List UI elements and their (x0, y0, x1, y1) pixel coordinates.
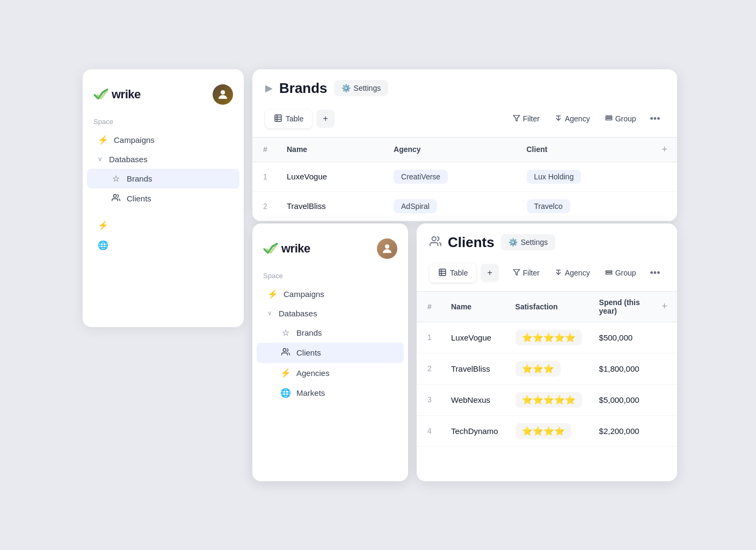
sidebar-item-clients[interactable]: Clients (87, 189, 239, 209)
svg-rect-23 (606, 273, 612, 274)
svg-rect-11 (606, 115, 612, 115)
sidebar-item-databases[interactable]: ∨ Databases (87, 150, 239, 169)
wrike-logo: wrike (93, 88, 141, 102)
globe-icon: 🌐 (98, 240, 108, 250)
clients-row1-num: 1 (417, 322, 442, 353)
clients-row1-name: LuxeVogue (442, 322, 507, 353)
clients-row4-satisfaction: ⭐⭐⭐⭐ (507, 415, 591, 446)
avatar2-image (377, 238, 397, 259)
sidebar-item-databases-label: Databases (109, 155, 148, 164)
brands-sort-button[interactable]: Agency (549, 110, 595, 128)
clients-row2-name: TravelBliss (442, 353, 507, 384)
sidebar-item-brands[interactable]: ☆ Brands (87, 169, 239, 189)
brands-row1-client: Lux Holding (518, 162, 652, 191)
filter-icon (513, 114, 520, 124)
users-icon (111, 193, 121, 204)
clients-panel: Clients ⚙️ Settings (417, 223, 677, 481)
clients-row2-stars: ⭐⭐⭐ (515, 361, 561, 377)
sidebar2-item-markets[interactable]: 🌐 Markets (257, 383, 404, 403)
bolt2-icon: ⚡ (98, 220, 108, 230)
brands-row1-agency: CreatiVerse (385, 162, 518, 191)
brands-row2-extra (651, 191, 677, 221)
clients-icon (430, 235, 441, 250)
table-row: 1 LuxeVogue CreatiVerse Lux Holding (252, 162, 677, 191)
wrike-logo-text: wrike (112, 88, 141, 102)
sidebar-back: wrike Space ⚡ Campaigns ∨ (83, 69, 244, 327)
clients-row4-num: 4 (417, 415, 442, 446)
sidebar-item-globe[interactable]: 🌐 (87, 235, 239, 255)
sidebar-item-clients-label: Clients (127, 194, 151, 203)
brands-group-button[interactable]: Group (600, 110, 642, 128)
wrike-logo-icon (93, 89, 108, 100)
svg-point-12 (385, 244, 389, 249)
brands-col-add[interactable]: + (651, 137, 677, 162)
sidebar2-item-databases[interactable]: ∨ Databases (257, 304, 404, 323)
clients-filter-button[interactable]: Filter (507, 264, 545, 282)
clients-sort-button[interactable]: Agency (549, 264, 595, 282)
table-row: 3 WebNexus ⭐⭐⭐⭐⭐ $5,000,000 (417, 384, 677, 415)
sidebar2-item-brands[interactable]: ☆ Brands (257, 323, 404, 343)
sidebar2-markets-label: Markets (296, 388, 325, 397)
clients-row1-stars: ⭐⭐⭐⭐⭐ (515, 330, 582, 345)
clients-table-icon (438, 268, 447, 278)
sidebar-item-bolt2[interactable]: ⚡ (87, 215, 239, 235)
svg-rect-22 (606, 271, 612, 272)
brands-settings-button[interactable]: ⚙️ Settings (334, 80, 389, 96)
svg-point-13 (283, 349, 286, 351)
clients-row2-extra (651, 353, 677, 384)
table-icon (274, 114, 282, 124)
brands-more-button[interactable]: ••• (646, 111, 665, 127)
clients-more-button[interactable]: ••• (646, 265, 665, 281)
clients-row4-stars: ⭐⭐⭐⭐ (515, 423, 571, 439)
table-row: 1 LuxeVogue ⭐⭐⭐⭐⭐ $500,000 (417, 322, 677, 353)
clients-row1-spend: $500,000 (591, 322, 652, 353)
sidebar2-agencies-label: Agencies (296, 368, 330, 378)
wrike-logo-2: wrike (263, 242, 310, 256)
sidebar-item-campaigns-label: Campaigns (114, 135, 155, 144)
bolt-icon: ⚡ (98, 135, 108, 145)
clients-row3-satisfaction: ⭐⭐⭐⭐⭐ (507, 384, 591, 415)
wrike-logo2-icon (263, 243, 278, 255)
sidebar-front: wrike Space ⚡ (252, 223, 408, 481)
clients-add-column-button[interactable]: + (662, 301, 667, 312)
agencies-icon: ⚡ (280, 368, 291, 378)
svg-rect-10 (606, 119, 612, 120)
brands-add-column-button[interactable]: + (662, 144, 667, 155)
star-icon: ☆ (111, 173, 121, 184)
sidebar-item-campaigns[interactable]: ⚡ Campaigns (87, 130, 239, 150)
clients-col-add[interactable]: + (651, 291, 677, 322)
clients-row3-stars: ⭐⭐⭐⭐⭐ (515, 392, 582, 408)
sidebar2-item-agencies[interactable]: ⚡ Agencies (257, 363, 404, 383)
clients-filter-icon (513, 269, 520, 278)
brands-col-client: Client (518, 137, 652, 162)
sidebar-item-brands-label: Brands (127, 174, 152, 183)
clients-add-view-button[interactable]: + (481, 264, 498, 282)
brands-table-button[interactable]: Table (265, 110, 312, 128)
brands-add-view-button[interactable]: + (316, 110, 334, 128)
svg-marker-19 (513, 269, 520, 275)
table-row: 2 TravelBliss AdSpiral Travelco (252, 191, 677, 221)
sidebar2-item-clients[interactable]: Clients (257, 343, 404, 363)
svg-rect-15 (439, 269, 446, 276)
brands-filter-button[interactable]: Filter (507, 110, 545, 128)
clients-toolbar: Table + Filter (417, 259, 677, 291)
clients-row3-name: WebNexus (442, 384, 507, 415)
clients-col-num: # (417, 291, 442, 322)
space-label-2: Space (252, 270, 408, 284)
clients-title: Clients (448, 234, 495, 251)
svg-point-0 (221, 90, 225, 95)
sidebar2-databases-label: Databases (279, 309, 317, 318)
sidebar2-item-campaigns[interactable]: ⚡ Campaigns (257, 284, 404, 304)
clients-group-button[interactable]: Group (600, 264, 642, 282)
brands-col-name: Name (278, 137, 385, 162)
table-row: 2 TravelBliss ⭐⭐⭐ $1,800,000 (417, 353, 677, 384)
clients-settings-button[interactable]: ⚙️ Settings (501, 234, 556, 250)
table-row: 4 TechDynamo ⭐⭐⭐⭐ $2,200,000 (417, 415, 677, 446)
clients-table-button[interactable]: Table (430, 264, 476, 283)
settings-icon: ⚙️ (341, 84, 351, 92)
brands-row2-name: TravelBliss (278, 191, 385, 221)
clients-row1-satisfaction: ⭐⭐⭐⭐⭐ (507, 322, 591, 353)
brands-toolbar: Table + Filter (252, 105, 677, 137)
brands-row1-num: 1 (252, 162, 278, 191)
clients-row3-num: 3 (417, 384, 442, 415)
